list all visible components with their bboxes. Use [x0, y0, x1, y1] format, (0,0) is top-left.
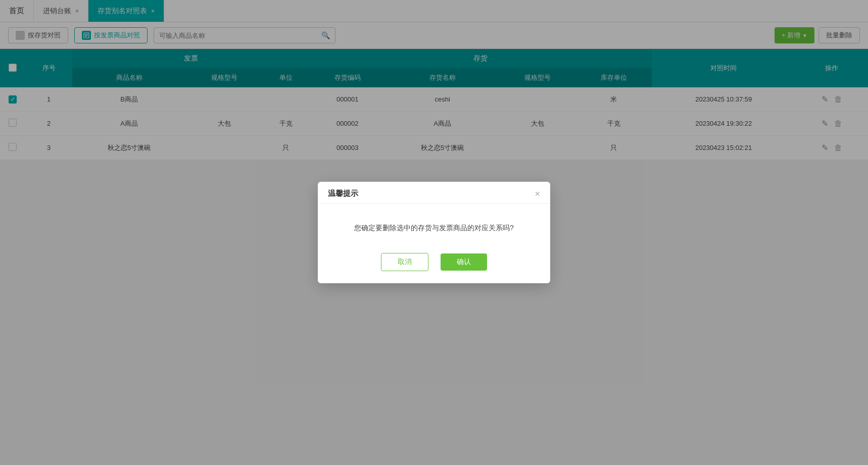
modal-overlay: 温馨提示 × 您确定要删除选中的存货与发票商品的对应关系吗? 取消 确认 [0, 0, 868, 160]
